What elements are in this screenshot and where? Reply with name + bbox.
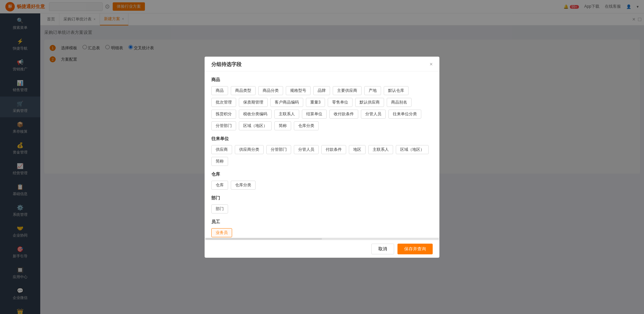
- tag-default-supplier[interactable]: 默认供应商: [355, 98, 384, 107]
- department-tags: 部门: [211, 204, 433, 213]
- party-tags: 供应商 供应商分类 分管部门 分管人员 付款条件 地区 主联系人 区域（地区） …: [211, 145, 433, 166]
- section-party-label: 往来单位: [211, 136, 433, 142]
- modal-body: 商品 商品 商品类型 商品分类 规格型号 品牌 主要供应商 产地 默认仓库 批次…: [205, 71, 439, 238]
- tag-spec-model[interactable]: 规格型号: [286, 86, 311, 95]
- tag-customer-code[interactable]: 客户商品编码: [270, 98, 303, 107]
- section-department-label: 部门: [211, 195, 433, 201]
- section-warehouse-label: 仓库: [211, 171, 433, 177]
- tag-short-name[interactable]: 简称: [274, 121, 291, 130]
- field-select-modal: 分组待选字段 × 商品 商品 商品类型 商品分类 规格型号 品牌 主要供应商 产…: [205, 57, 439, 258]
- tag-area[interactable]: 地区: [349, 145, 366, 154]
- tag-main-supplier[interactable]: 主要供应商: [333, 86, 362, 95]
- modal-close-btn[interactable]: ×: [430, 61, 433, 67]
- tag-warehouse[interactable]: 仓库: [211, 181, 228, 190]
- modal-footer: 取消 保存并查询: [205, 240, 439, 258]
- tag-weight3[interactable]: 重量3: [306, 98, 325, 107]
- horizontal-scrollbar[interactable]: [205, 238, 439, 240]
- tag-managed-dept[interactable]: 分管部门: [266, 145, 291, 154]
- tag-supplier[interactable]: 供应商: [211, 145, 232, 154]
- tag-department[interactable]: 部门: [211, 204, 228, 213]
- tag-main-contact[interactable]: 主联系人: [274, 110, 299, 119]
- scrollbar-thumb[interactable]: [205, 238, 322, 240]
- tag-manager[interactable]: 分管人员: [361, 110, 386, 119]
- goods-tags: 商品 商品类型 商品分类 规格型号 品牌 主要供应商 产地 默认仓库 批次管理 …: [211, 86, 433, 130]
- tag-managed-person[interactable]: 分管人员: [294, 145, 319, 154]
- section-employee-label: 员工: [211, 219, 433, 225]
- tag-dept[interactable]: 分管部门: [211, 121, 236, 130]
- tag-goods-type[interactable]: 商品类型: [231, 86, 256, 95]
- tag-brand[interactable]: 品牌: [313, 86, 330, 95]
- modal-overlay: 分组待选字段 × 商品 商品 商品类型 商品分类 规格型号 品牌 主要供应商 产…: [0, 0, 644, 314]
- section-department: 部门 部门: [211, 195, 433, 213]
- tag-goods-category[interactable]: 商品分类: [258, 86, 283, 95]
- section-warehouse: 仓库 仓库 仓库分类: [211, 171, 433, 190]
- tag-default-warehouse[interactable]: 默认仓库: [384, 86, 409, 95]
- section-goods: 商品 商品 商品类型 商品分类 规格型号 品牌 主要供应商 产地 默认仓库 批次…: [211, 77, 433, 130]
- tag-salesperson[interactable]: 业务员: [211, 228, 232, 237]
- tag-goods-alias[interactable]: 商品别名: [387, 98, 412, 107]
- tag-payment-condition[interactable]: 付款条件: [321, 145, 346, 154]
- tag-batch-mgmt[interactable]: 批次管理: [211, 98, 236, 107]
- tag-retail-unit[interactable]: 零售单位: [328, 98, 353, 107]
- tag-tax-code[interactable]: 税收分类编码: [239, 110, 272, 119]
- tag-main-contact2[interactable]: 主联系人: [368, 145, 393, 154]
- cancel-button[interactable]: 取消: [371, 244, 394, 254]
- section-party: 往来单位 供应商 供应商分类 分管部门 分管人员 付款条件 地区 主联系人 区域…: [211, 136, 433, 166]
- modal-title: 分组待选字段: [211, 61, 241, 68]
- modal-header: 分组待选字段 ×: [205, 57, 439, 71]
- tag-pick-points[interactable]: 拣货积分: [211, 110, 236, 119]
- tag-warehouse-category[interactable]: 仓库分类: [294, 121, 319, 130]
- confirm-button[interactable]: 保存并查询: [397, 244, 433, 254]
- warehouse-tags: 仓库 仓库分类: [211, 181, 433, 190]
- tag-payment-terms[interactable]: 收付款条件: [329, 110, 358, 119]
- tag-region2[interactable]: 区域（地区）: [396, 145, 429, 154]
- section-employee: 员工 业务员: [211, 219, 433, 237]
- tag-settlement-unit[interactable]: 结算单位: [302, 110, 327, 119]
- employee-tags: 业务员: [211, 228, 433, 237]
- tag-warehouse-cat[interactable]: 仓库分类: [231, 181, 256, 190]
- section-goods-label: 商品: [211, 77, 433, 83]
- tag-origin[interactable]: 产地: [364, 86, 381, 95]
- tag-expiry-mgmt[interactable]: 保质期管理: [239, 98, 268, 107]
- tag-goods[interactable]: 商品: [211, 86, 228, 95]
- tag-region[interactable]: 区域（地区）: [239, 121, 272, 130]
- tag-supplier-category[interactable]: 供应商分类: [235, 145, 264, 154]
- tag-short-name2[interactable]: 简称: [211, 157, 228, 166]
- tag-party-category[interactable]: 往来单位分类: [388, 110, 421, 119]
